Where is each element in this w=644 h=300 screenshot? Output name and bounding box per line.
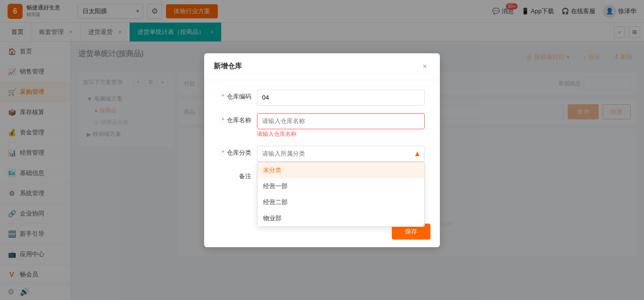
category-dropdown: 未分类 经营一部 经营二部 物业部 [257, 162, 425, 227]
dropdown-option-2[interactable]: 经营二部 [257, 194, 424, 210]
dropdown-option-0[interactable]: 未分类 [257, 162, 424, 178]
modal-title: 新增仓库 [214, 62, 242, 71]
code-field [257, 90, 425, 106]
category-label: * 仓库分类 [219, 146, 257, 157]
name-input[interactable] [257, 113, 425, 129]
modal-close-btn[interactable]: × [419, 61, 430, 72]
name-field-row: * 仓库名称 请输入仓库名称 [219, 113, 425, 138]
name-field: 请输入仓库名称 [257, 113, 425, 138]
category-input[interactable] [257, 146, 425, 162]
category-field: ▲ 未分类 经营一部 经营二部 物业部 [257, 146, 425, 162]
category-field-row: * 仓库分类 ▲ 未分类 经营一部 经营二部 物业部 [219, 146, 425, 162]
code-input[interactable] [257, 90, 425, 106]
new-warehouse-modal: 新增仓库 × * 仓库编码 * 仓库名称 [204, 53, 440, 247]
remark-label: 备注 [219, 169, 257, 181]
modal-header: 新增仓库 × [204, 53, 440, 80]
modal-body: * 仓库编码 * 仓库名称 请输入仓库名称 [204, 80, 440, 218]
code-field-row: * 仓库编码 [219, 90, 425, 106]
dropdown-option-3[interactable]: 物业部 [257, 210, 424, 226]
name-label: * 仓库名称 [219, 113, 257, 125]
dropdown-option-1[interactable]: 经营一部 [257, 178, 424, 194]
code-label: * 仓库编码 [219, 90, 257, 101]
modal-overlay: 新增仓库 × * 仓库编码 * 仓库名称 [0, 0, 644, 300]
name-error-msg: 请输入仓库名称 [257, 130, 425, 138]
category-toggle-icon[interactable]: ▲ [413, 150, 421, 158]
